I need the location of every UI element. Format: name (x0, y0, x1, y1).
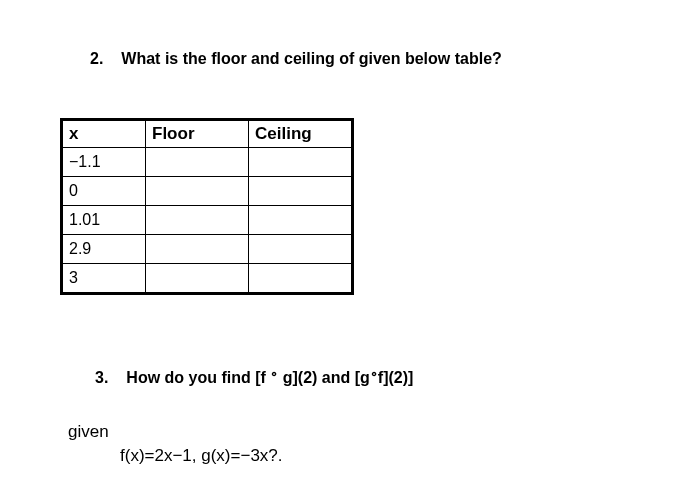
header-ceiling: Ceiling (249, 120, 353, 148)
cell-floor (146, 235, 249, 264)
composition-symbol: ∘ (370, 365, 378, 380)
q3-number: 3. (95, 369, 108, 387)
floor-ceiling-table: x Floor Ceiling −1.1 0 1.01 2.9 3 (60, 118, 354, 295)
cell-x: 0 (62, 177, 146, 206)
header-floor: Floor (146, 120, 249, 148)
cell-floor (146, 206, 249, 235)
table-row: 2.9 (62, 235, 353, 264)
cell-ceiling (249, 206, 353, 235)
q2-text: What is the floor and ceiling of given b… (121, 50, 501, 67)
cell-ceiling (249, 235, 353, 264)
question-3: 3.How do you find [f ∘ g](2) and [g∘f](2… (60, 365, 618, 387)
table-row: 0 (62, 177, 353, 206)
formula-text: f(x)=2x−1, g(x)=−3x?. (60, 446, 618, 466)
cell-x: −1.1 (62, 148, 146, 177)
cell-x: 2.9 (62, 235, 146, 264)
given-label: given (60, 422, 618, 442)
q3-text-suffix: f](2)] (378, 369, 414, 386)
cell-x: 3 (62, 264, 146, 294)
q3-text-mid: g](2) and [g (278, 369, 370, 386)
header-x: x (62, 120, 146, 148)
cell-ceiling (249, 264, 353, 294)
question-2: 2.What is the floor and ceiling of given… (60, 50, 618, 68)
table-header-row: x Floor Ceiling (62, 120, 353, 148)
cell-x: 1.01 (62, 206, 146, 235)
cell-floor (146, 177, 249, 206)
table-row: −1.1 (62, 148, 353, 177)
table-row: 3 (62, 264, 353, 294)
table-row: 1.01 (62, 206, 353, 235)
cell-floor (146, 264, 249, 294)
q3-text-prefix: How do you find [f (126, 369, 270, 386)
cell-ceiling (249, 148, 353, 177)
cell-floor (146, 148, 249, 177)
q2-number: 2. (90, 50, 103, 68)
cell-ceiling (249, 177, 353, 206)
